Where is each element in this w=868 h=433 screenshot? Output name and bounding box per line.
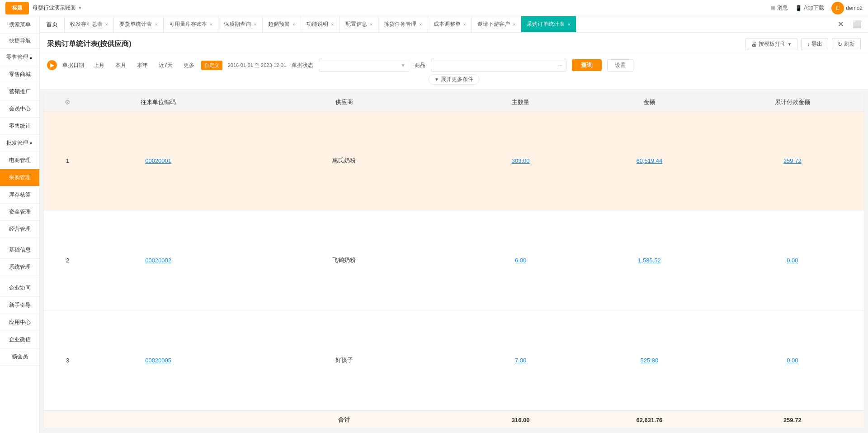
sidebar-item-member[interactable]: 会员中心 xyxy=(0,100,39,118)
app-logo: 标题 xyxy=(5,2,29,14)
ellipsis-icon: ··· xyxy=(558,62,562,68)
date-custom-btn[interactable]: 自定义 xyxy=(201,61,222,70)
tab-receive-summary[interactable]: 收发存汇总表 × xyxy=(65,16,114,32)
settings-button[interactable]: 设置 xyxy=(607,59,633,71)
sidebar-item-enterprise[interactable]: 企业协同 xyxy=(0,280,39,297)
date-this-year-btn[interactable]: 本年 xyxy=(133,60,152,71)
date-label: 单据日期 xyxy=(62,62,84,69)
tab-purchase-order-stats[interactable]: 采购订单统计表 × xyxy=(521,16,576,32)
print-icon: 🖨 xyxy=(751,41,757,48)
restore-btn[interactable]: ⬜ xyxy=(850,19,864,29)
tab-cost-adjust[interactable]: 成本调整单 × xyxy=(428,16,472,32)
sidebar-item-basic[interactable]: 基础信息 xyxy=(0,242,39,259)
tab-function-desc[interactable]: 功能说明 × xyxy=(301,16,340,32)
sidebar-item-wechat[interactable]: 企业微信 xyxy=(0,331,39,348)
close-icon[interactable]: × xyxy=(370,22,373,27)
export-button[interactable]: ↓ 导出 xyxy=(801,38,828,50)
sidebar-item-retail-shop[interactable]: 零售商城 xyxy=(0,66,39,83)
close-icon[interactable]: × xyxy=(254,22,256,27)
date-range-display: 2016-01-01 至 2023-12-31 xyxy=(228,62,287,69)
sidebar-item-search[interactable]: 搜索菜单 xyxy=(0,16,39,33)
date-last-month-btn[interactable]: 上月 xyxy=(90,60,108,71)
close-icon[interactable]: × xyxy=(105,22,108,27)
row-amount[interactable]: 525.80 xyxy=(578,310,721,411)
date-this-month-btn[interactable]: 本月 xyxy=(111,60,130,71)
avatar: E xyxy=(831,2,844,14)
sidebar-item-operation[interactable]: 经营管理 xyxy=(0,221,39,238)
user-menu[interactable]: E demo2 xyxy=(831,2,863,14)
sidebar-item-purchase[interactable]: 采购管理 xyxy=(0,169,39,186)
close-icon[interactable]: × xyxy=(292,22,295,27)
close-all-btn[interactable]: ✕ xyxy=(835,19,846,29)
row-qty[interactable]: 6.00 xyxy=(463,210,578,310)
col-header-supplier: 供应商 xyxy=(225,94,463,111)
row-amount[interactable]: 60,519.44 xyxy=(578,111,721,211)
close-icon[interactable]: × xyxy=(513,22,515,27)
filter-area: ▶ 单据日期 上月 本月 本年 近7天 更多 自定义 2016-01-01 至 … xyxy=(40,54,868,90)
sidebar-item-newbie[interactable]: 新手引导 xyxy=(0,297,39,314)
goods-input[interactable]: ··· xyxy=(431,59,566,71)
refresh-button[interactable]: ↻ 刷新 xyxy=(832,38,861,50)
tab-invite-downstream[interactable]: 邀请下游客户 × xyxy=(472,16,521,32)
date-7days-btn[interactable]: 近7天 xyxy=(155,60,177,71)
sidebar-item-quick-nav[interactable]: 快捷导航 xyxy=(0,33,39,49)
row-amount[interactable]: 1,586.52 xyxy=(578,210,721,310)
status-select[interactable]: ▼ xyxy=(319,59,409,71)
row-code[interactable]: 00020005 xyxy=(91,310,225,411)
tab-bar: 首页 收发存汇总表 × 要货单统计表 × 可用量库存账本 × 保质期查询 × 超… xyxy=(40,16,868,33)
sidebar-item-system[interactable]: 系统管理 xyxy=(0,259,39,276)
filter-collapse-btn[interactable]: ▶ xyxy=(47,60,57,70)
tab-purchase-stats[interactable]: 要货单统计表 × xyxy=(114,16,163,32)
sidebar-item-vip[interactable]: 畅会员 xyxy=(0,348,39,366)
tab-warranty[interactable]: 保质期查询 × xyxy=(218,16,262,32)
query-button[interactable]: 查询 xyxy=(572,59,602,71)
close-icon[interactable]: × xyxy=(210,22,212,27)
export-icon: ↓ xyxy=(807,41,810,48)
close-icon[interactable]: × xyxy=(567,22,570,27)
sidebar-item-marketing[interactable]: 营销推广 xyxy=(0,83,39,100)
row-qty[interactable]: 7.00 xyxy=(463,310,578,411)
sidebar-item-retail-mgmt[interactable]: 零售管理 ▲ xyxy=(0,49,39,66)
close-icon[interactable]: × xyxy=(419,22,422,27)
expand-conditions-btn[interactable]: ▼ 展开更多条件 xyxy=(429,74,479,85)
row-code[interactable]: 00020002 xyxy=(91,210,225,310)
tab-config-info[interactable]: 配置信息 × xyxy=(340,16,378,32)
table-row: 2 00020002 飞鹤奶粉 6.00 1,586.52 0.00 xyxy=(44,210,864,310)
table-row: 1 00020001 惠氏奶粉 303.00 60,519.44 259.72 xyxy=(44,111,864,211)
col-header-code: 往来单位编码 xyxy=(91,94,225,111)
date-more-btn[interactable]: 更多 xyxy=(179,60,198,71)
column-settings-icon[interactable]: ⚙ xyxy=(65,99,71,106)
workspace-selector[interactable]: 母婴行业演示账套 ▼ xyxy=(33,4,82,12)
close-icon[interactable]: × xyxy=(155,22,157,27)
sidebar-item-finance[interactable]: 资金管理 xyxy=(0,204,39,221)
message-btn[interactable]: ✉ 消息 xyxy=(771,4,788,12)
row-qty[interactable]: 303.00 xyxy=(463,111,578,211)
sidebar-item-retail-stats[interactable]: 零售统计 xyxy=(0,118,39,135)
close-icon[interactable]: × xyxy=(331,22,334,27)
sidebar-item-ecommerce[interactable]: 电商管理 xyxy=(0,152,39,169)
print-button[interactable]: 🖨 按模板打印 ▼ xyxy=(745,38,797,50)
row-paid[interactable]: 259.72 xyxy=(721,111,864,211)
col-header-settings: ⚙ xyxy=(44,94,91,111)
page-content: 采购订单统计表(按供应商) 🖨 按模板打印 ▼ ↓ 导出 ↻ 刷新 xyxy=(40,33,868,433)
chevron-down-icon: ▼ xyxy=(434,77,439,82)
top-bar: 标题 母婴行业演示账套 ▼ ✉ 消息 📱 App下载 E demo2 xyxy=(0,0,868,16)
col-header-amount: 金额 xyxy=(578,94,721,111)
expand-more: ▼ 展开更多条件 xyxy=(47,71,861,85)
tab-inventory-ledger[interactable]: 可用量库存账本 × xyxy=(164,16,218,32)
sidebar-item-wholesale[interactable]: 批发管理 ▼ xyxy=(0,135,39,152)
app-download-btn[interactable]: 📱 App下载 xyxy=(795,4,824,12)
row-paid[interactable]: 0.00 xyxy=(721,310,864,411)
row-paid[interactable]: 0.00 xyxy=(721,210,864,310)
tab-home[interactable]: 首页 xyxy=(40,16,65,32)
tab-overstock[interactable]: 超储预警 × xyxy=(263,16,301,32)
table-footer-row: 合计 316.00 62,631.76 259.72 xyxy=(44,411,864,429)
row-code[interactable]: 00020001 xyxy=(91,111,225,211)
footer-label: 合计 xyxy=(225,411,463,429)
col-header-paid: 累计付款金额 xyxy=(721,94,864,111)
close-icon[interactable]: × xyxy=(463,22,466,27)
sidebar-item-inventory[interactable]: 库存核算 xyxy=(0,186,39,204)
footer-qty: 316.00 xyxy=(463,411,578,429)
tab-picking-task[interactable]: 拣货任务管理 × xyxy=(378,16,428,32)
sidebar-item-app-center[interactable]: 应用中心 xyxy=(0,314,39,331)
